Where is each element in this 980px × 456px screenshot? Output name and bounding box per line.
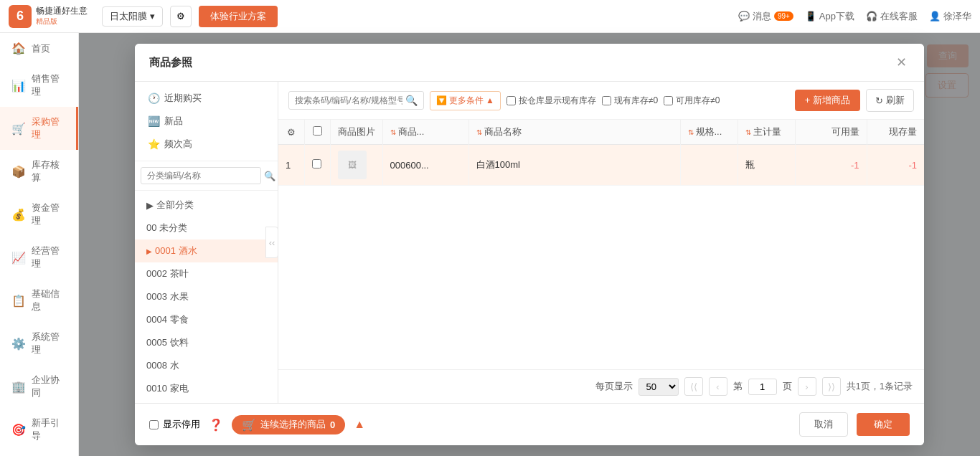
checkbox-by-warehouse-input[interactable] bbox=[507, 96, 516, 105]
page-last-btn[interactable]: ⟩⟩ bbox=[822, 377, 841, 396]
filter-icon: 🔽 bbox=[436, 95, 447, 105]
star-icon: ⭐ bbox=[148, 138, 160, 150]
th-code[interactable]: ⇅ 商品... bbox=[382, 120, 468, 145]
page-input[interactable] bbox=[748, 379, 777, 395]
logo-area: 6 畅捷通好生意 精品版 bbox=[9, 5, 95, 28]
continuous-select-label: 连续选择的商品 bbox=[260, 418, 326, 431]
cat-0010[interactable]: 0010 家电 bbox=[135, 377, 278, 400]
cat-0004-label: 0004 零食 bbox=[146, 313, 189, 326]
sidebar-item-enterprise[interactable]: 🏢 企业协同 bbox=[0, 365, 78, 408]
sidebar-item-inventory[interactable]: 📦 库存核算 bbox=[0, 150, 78, 193]
select-all-checkbox[interactable] bbox=[313, 126, 322, 136]
search-icon[interactable]: 🔍 bbox=[405, 95, 418, 106]
cart-count: 0 bbox=[330, 419, 335, 430]
cat-0008[interactable]: 0008 水 bbox=[135, 354, 278, 377]
cat-all[interactable]: ▶ 全部分类 bbox=[135, 194, 278, 217]
username: 徐泽华 bbox=[943, 10, 971, 23]
sidebar-item-appcenter[interactable]: 📱 应用中心 bbox=[0, 451, 78, 456]
cat-00[interactable]: 00 未分类 bbox=[135, 217, 278, 239]
app-download-btn[interactable]: 📱 App下载 bbox=[805, 10, 854, 23]
row-checkbox[interactable] bbox=[312, 159, 321, 168]
th-name[interactable]: ⇅ 商品名称 bbox=[468, 120, 680, 145]
quick-frequent[interactable]: ⭐ 频次高 bbox=[141, 133, 272, 155]
cat-0004[interactable]: 0004 零食 bbox=[135, 308, 278, 331]
confirm-btn[interactable]: 确定 bbox=[857, 413, 910, 436]
sidebar-item-guide[interactable]: 🎯 新手引导 bbox=[0, 408, 78, 451]
sort-icon: ⇅ bbox=[390, 128, 396, 136]
cat-0001[interactable]: ▶ 0001 酒水 bbox=[135, 239, 278, 262]
store-selector[interactable]: 日太阳膜 ▾ bbox=[102, 6, 163, 27]
pagination-row: 每页显示 50 20 100 ⟨⟨ ‹ 第 页 bbox=[278, 369, 924, 403]
user-avatar[interactable]: 👤 徐泽华 bbox=[929, 10, 971, 23]
sidebar-item-operations[interactable]: 📈 经营管理 bbox=[0, 236, 78, 279]
checkbox-existing-stock[interactable]: 现有库存≠0 bbox=[602, 95, 658, 107]
online-service-btn[interactable]: 🎧 在线客服 bbox=[866, 10, 918, 23]
settings-icon[interactable]: ⚙ bbox=[170, 6, 192, 27]
new-icon: 🆕 bbox=[148, 115, 160, 127]
basic-icon: 📋 bbox=[11, 294, 26, 308]
product-thumbnail: 🖼 bbox=[338, 151, 367, 179]
page-label2: 页 bbox=[783, 380, 792, 393]
cat-0002[interactable]: 0002 茶叶 bbox=[135, 262, 278, 285]
operations-icon: 📈 bbox=[11, 251, 26, 265]
help-icon[interactable]: ❓ bbox=[209, 418, 223, 432]
checkbox-available-stock-label: 可用库存≠0 bbox=[676, 95, 720, 107]
page-next-btn[interactable]: › bbox=[798, 377, 816, 396]
product-search-input[interactable] bbox=[295, 95, 402, 105]
checkbox-available-stock-input[interactable] bbox=[664, 96, 673, 105]
dialog-close-btn[interactable]: ✕ bbox=[892, 54, 910, 71]
sidebar-item-home[interactable]: 🏠 首页 bbox=[0, 33, 78, 64]
add-product-btn[interactable]: + 新增商品 bbox=[795, 90, 860, 111]
filter-more-btn[interactable]: 🔽 更多条件 ▲ bbox=[430, 91, 501, 110]
cat-00-label: 00 未分类 bbox=[146, 222, 187, 234]
cat-0001-label: 0001 酒水 bbox=[155, 244, 197, 257]
sidebar-item-basic[interactable]: 📋 基础信息 bbox=[0, 279, 78, 322]
sidebar-item-finance[interactable]: 💰 资金管理 bbox=[0, 193, 78, 236]
cat-0005[interactable]: 0005 饮料 bbox=[135, 331, 278, 354]
right-panel: 🔍 🔽 更多条件 ▲ 按仓库显示现有库存 bbox=[278, 82, 924, 403]
th-spec[interactable]: ⇅ 规格... bbox=[680, 120, 738, 145]
sidebar-item-system[interactable]: ⚙️ 系统管理 bbox=[0, 322, 78, 365]
user-icon: 👤 bbox=[929, 11, 941, 22]
sidebar-item-sales[interactable]: 📊 销售管理 bbox=[0, 64, 78, 107]
continuous-select-btn[interactable]: 🛒 连续选择的商品 0 bbox=[232, 415, 345, 434]
product-avail: -1 bbox=[851, 160, 859, 171]
category-search-icon[interactable]: 🔍 bbox=[264, 171, 275, 181]
message-btn[interactable]: 💬 消息 99+ bbox=[738, 10, 793, 23]
refresh-btn[interactable]: ↻ 刷新 bbox=[866, 89, 914, 112]
msg-badge: 99+ bbox=[774, 11, 793, 21]
page-prev-btn[interactable]: ‹ bbox=[709, 377, 727, 396]
page-size-select[interactable]: 50 20 100 bbox=[639, 378, 679, 396]
gear-settings-icon[interactable]: ⚙ bbox=[287, 127, 296, 138]
sidebar-item-purchase[interactable]: 🛒 采购管理 bbox=[0, 107, 78, 150]
th-unit[interactable]: ⇅ 主计量 bbox=[738, 120, 795, 145]
category-panel: 🕐 近期购买 🆕 新品 ⭐ 频次高 bbox=[135, 82, 278, 403]
logo-icon: 6 bbox=[9, 5, 32, 28]
th-gear[interactable]: ⚙ bbox=[278, 120, 304, 145]
page-first-btn[interactable]: ⟨⟨ bbox=[684, 377, 703, 396]
show-disabled-input[interactable] bbox=[149, 420, 159, 429]
footer-collapse-icon[interactable]: ▲ bbox=[354, 418, 365, 431]
sort-unit-icon: ⇅ bbox=[745, 128, 751, 136]
search-bar: 🔍 🔽 更多条件 ▲ 按仓库显示现有库存 bbox=[278, 82, 924, 120]
exp-btn[interactable]: 体验行业方案 bbox=[199, 6, 278, 27]
checkbox-by-warehouse[interactable]: 按仓库显示现有库存 bbox=[507, 95, 596, 107]
checkbox-available-stock[interactable]: 可用库存≠0 bbox=[664, 95, 720, 107]
sort-spec-icon: ⇅ bbox=[688, 128, 694, 136]
table-row[interactable]: 1 🖼 bbox=[278, 145, 924, 186]
checkbox-existing-stock-input[interactable] bbox=[602, 96, 611, 105]
td-check[interactable] bbox=[304, 145, 330, 186]
quick-recent[interactable]: 🕐 近期购买 bbox=[141, 87, 272, 109]
collapse-panel-btn[interactable]: ‹‹ bbox=[265, 227, 278, 258]
show-disabled-label: 显示停用 bbox=[163, 418, 200, 431]
show-disabled-checkbox[interactable]: 显示停用 bbox=[149, 418, 200, 431]
category-search-input[interactable] bbox=[141, 167, 261, 184]
home-icon: 🏠 bbox=[11, 42, 26, 55]
cat-0003[interactable]: 0003 水果 bbox=[135, 285, 278, 308]
search-input-wrap: 🔍 bbox=[288, 91, 424, 110]
quick-new[interactable]: 🆕 新品 bbox=[141, 110, 272, 132]
quick-access: 🕐 近期购买 🆕 新品 ⭐ 频次高 bbox=[135, 82, 278, 161]
cat-0002-label: 0002 茶叶 bbox=[146, 267, 189, 280]
th-check bbox=[304, 120, 330, 145]
cancel-btn[interactable]: 取消 bbox=[799, 412, 848, 437]
